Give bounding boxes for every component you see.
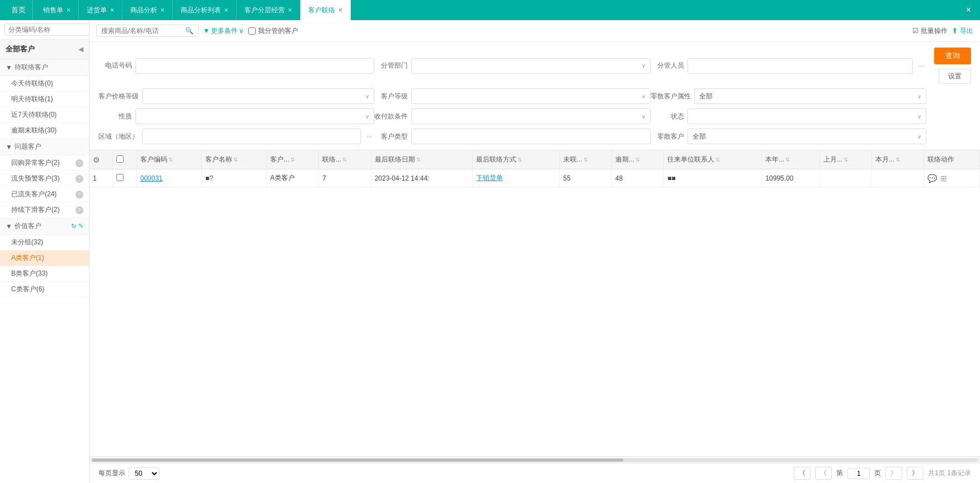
page-size-area: 每页显示 50 100 200 (98, 467, 159, 480)
customer-level-select[interactable]: ∨ (411, 88, 650, 104)
th-this-year[interactable]: 本年... ⇅ (762, 150, 819, 169)
tab-customer-contact[interactable]: 客户联络 × (300, 0, 351, 20)
next-page-button[interactable]: 〉 (885, 467, 902, 480)
page-size-select[interactable]: 50 100 200 (129, 467, 159, 480)
customer-type-input[interactable] (411, 129, 650, 144)
refresh-icon[interactable]: ↻ (71, 222, 76, 230)
th-contact2[interactable]: 往来单位联系人 ⇅ (664, 150, 762, 169)
th-overdue[interactable]: 逾期... ⇅ (612, 150, 664, 169)
first-page-button[interactable]: 《 (794, 467, 811, 480)
sidebar-collapse-icon[interactable]: ◀ (78, 45, 83, 53)
window-close-button[interactable]: × (962, 5, 976, 15)
tab-close-icon[interactable]: × (224, 0, 228, 20)
th-uncontacted[interactable]: 未联... ⇅ (559, 150, 611, 169)
sidebar-item-churned[interactable]: 已流失客户(24) ? (0, 187, 89, 202)
sidebar-item-tomorrow-contact[interactable]: 明天待联络(1) (0, 92, 89, 107)
more-conditions-button[interactable]: ▼ 更多条件 ∨ (203, 26, 244, 36)
sidebar-item-a-class[interactable]: A类客户(1) (0, 250, 89, 266)
chevron-down-icon: ∨ (917, 134, 921, 140)
row-uncontacted: 55 (559, 169, 611, 187)
sidebar-item-b-class[interactable]: B类客户(33) (0, 266, 89, 282)
batch-ops-button[interactable]: ☑ 批量操作 (912, 26, 948, 36)
payment-label: 收付款条件 (374, 112, 408, 121)
qr-code-icon[interactable]: ⊞ (940, 174, 947, 183)
region-dots-icon[interactable]: ··· (364, 132, 374, 140)
select-all-checkbox[interactable] (116, 155, 124, 163)
th-contact[interactable]: 联络... ⇅ (319, 150, 371, 169)
price-level-select[interactable]: ∨ (142, 88, 374, 104)
data-table-wrapper: ⚙ 客户编码 ⇅ 客户名称 (89, 150, 980, 456)
th-last-date[interactable]: 最后联络日期 ⇅ (371, 150, 473, 169)
page-number-input[interactable] (847, 468, 870, 479)
sidebar-item-overdue-contact[interactable]: 逾期未联络(30) (0, 123, 89, 139)
sort-icon: ⇅ (583, 157, 588, 163)
th-level[interactable]: 客户... ⇅ (267, 150, 319, 169)
sidebar-item-declining[interactable]: 持续下滑客户(2) ? (0, 202, 89, 218)
row-last-method[interactable]: 下销货单 (473, 169, 559, 187)
th-code[interactable]: 客户编码 ⇅ (136, 150, 201, 169)
home-button[interactable]: 首页 (4, 0, 33, 20)
export-button[interactable]: ⬆ 导出 (952, 26, 973, 36)
sidebar-item-repurchase-anomaly[interactable]: 回购异常客户(2) ? (0, 155, 89, 171)
tab-close-icon[interactable]: × (288, 0, 292, 20)
filter-cell-retail-customer: 零散客户 全部 ∨ (651, 129, 926, 144)
total-info: 共1页 1条记录 (928, 468, 971, 478)
filter-cell-dept: 分管部门 ∨ (374, 58, 650, 74)
sidebar-item-today-contact[interactable]: 今天待联络(0) (0, 76, 89, 92)
th-last-month[interactable]: 上月... ⇅ (819, 150, 871, 169)
manager-input[interactable] (687, 58, 913, 74)
tab-close-active-icon[interactable]: × (338, 0, 342, 20)
status-select[interactable]: ∨ (687, 108, 926, 124)
scroll-thumb[interactable] (92, 458, 623, 462)
setting-button[interactable]: 设置 (939, 69, 971, 84)
chat-icon[interactable]: 💬 (927, 174, 937, 183)
sidebar-item-ungrouped[interactable]: 未分组(32) (0, 235, 89, 250)
tab-close-icon[interactable]: × (110, 0, 114, 20)
th-last-method[interactable]: 最后联络方式 ⇅ (473, 150, 559, 169)
horizontal-scrollbar[interactable] (89, 456, 980, 463)
edit-icon[interactable]: ✎ (78, 222, 83, 230)
dept-select[interactable]: ∨ (411, 58, 650, 74)
sidebar-item-churn-warning[interactable]: 流失预警客户(3) ? (0, 171, 89, 187)
search-icon[interactable]: 🔍 (185, 27, 194, 35)
filter-icon: ▼ (203, 27, 210, 35)
th-name[interactable]: 客户名称 ⇅ (201, 150, 266, 169)
prev-page-button[interactable]: 〈 (815, 467, 832, 480)
info-icon: ? (76, 191, 83, 198)
sidebar-item-7days-contact[interactable]: 近7天待联络(0) (0, 107, 89, 123)
group-problem-customers[interactable]: ▼ 问题客户 (0, 139, 89, 155)
nature-select[interactable]: ∨ (135, 108, 374, 124)
tab-customer-tier[interactable]: 客户分层经营 × (237, 0, 300, 20)
all-customers-header: 全部客户 ◀ (0, 40, 89, 59)
region-input[interactable] (142, 129, 361, 144)
manager-dots-icon[interactable]: ··· (916, 62, 926, 70)
tab-sales-order[interactable]: 销售单 × (35, 0, 79, 20)
sidebar-item-c-class[interactable]: C类客户(6) (0, 282, 89, 297)
retail-customer-select[interactable]: 全部 ∨ (687, 129, 926, 144)
group-value-customers[interactable]: ▼ 价值客户 ↻ ✎ (0, 218, 89, 235)
query-button[interactable]: 查询 (934, 48, 971, 64)
row-checkbox[interactable] (116, 174, 124, 181)
phone-input[interactable] (135, 58, 374, 74)
my-customers-checkbox[interactable]: 我分管的客户 (248, 26, 298, 36)
checkbox-icon: ☑ (912, 27, 918, 35)
gear-icon[interactable]: ⚙ (93, 155, 100, 164)
tab-product-analysis-list[interactable]: 商品分析列表 × (173, 0, 237, 20)
info-icon: ? (76, 159, 83, 167)
payment-select[interactable]: ∨ (411, 108, 650, 124)
group-waiting-contact[interactable]: ▼ 待联络客户 (0, 59, 89, 76)
th-this-month[interactable]: 本月... ⇅ (871, 150, 924, 169)
retail-attr-select[interactable]: 全部 ∨ (694, 88, 926, 104)
tab-purchase-order[interactable]: 进货单 × (79, 0, 123, 20)
row-code[interactable]: 000031 (136, 169, 201, 187)
my-customers-check[interactable] (248, 27, 256, 35)
filter-cell-customer-type: 客户类型 (374, 129, 650, 144)
tab-close-icon[interactable]: × (161, 0, 164, 20)
search-input[interactable] (101, 27, 185, 35)
last-page-button[interactable]: 》 (907, 467, 924, 480)
tab-product-analysis[interactable]: 商品分析 × (123, 0, 173, 20)
tab-close-icon[interactable]: × (67, 0, 70, 20)
group-arrow-icon: ▼ (6, 222, 12, 230)
filter-btn-group: 查询 设置 (926, 48, 971, 84)
sidebar-search-input[interactable] (4, 23, 89, 36)
